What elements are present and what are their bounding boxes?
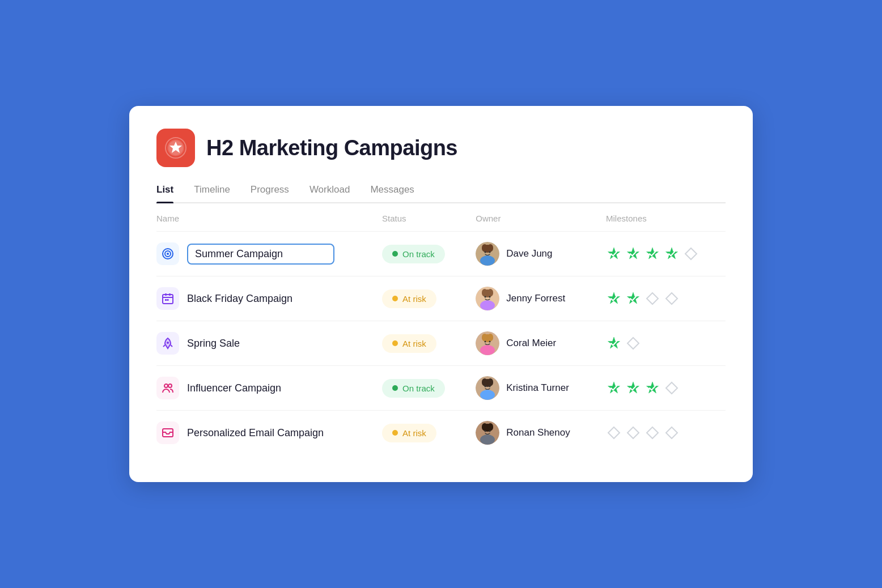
svg-rect-19	[165, 299, 167, 301]
milestone-complete-icon	[644, 246, 660, 262]
name-cell-content: Personalized Email Campaign	[156, 421, 364, 444]
svg-point-25	[487, 289, 493, 296]
milestone-pending-icon	[644, 291, 660, 306]
milestone-complete-icon	[606, 380, 622, 396]
project-name: Influencer Campaign	[187, 382, 281, 394]
milestones-cell	[597, 276, 726, 321]
project-icon	[156, 377, 179, 399]
name-cell: Personalized Email Campaign	[156, 411, 373, 455]
col-header-status: Status	[373, 203, 467, 232]
project-name: Personalized Email Campaign	[187, 427, 324, 439]
svg-point-10	[482, 244, 487, 251]
status-dot	[392, 385, 398, 391]
campaigns-table: Name Status Owner Milestones On track	[156, 203, 726, 455]
owner-cell-content: Kristina Turner	[476, 376, 588, 400]
milestone-pending-icon	[606, 425, 622, 441]
svg-point-6	[167, 253, 169, 255]
svg-point-26	[485, 296, 486, 298]
name-cell-content: Spring Sale	[156, 332, 364, 355]
status-badge[interactable]: At risk	[382, 334, 436, 353]
owner-name: Kristina Turner	[506, 382, 569, 394]
col-header-milestones: Milestones	[597, 203, 726, 232]
status-text: At risk	[402, 294, 426, 304]
avatar	[476, 421, 499, 445]
owner-cell: Coral Meier	[467, 321, 597, 366]
project-name-input[interactable]	[187, 244, 334, 265]
milestones-container	[606, 425, 716, 441]
status-dot	[392, 251, 398, 257]
name-cell: Black Friday Campaign	[156, 276, 373, 321]
owner-cell: Ronan Shenoy	[467, 411, 597, 455]
milestones-container	[606, 291, 716, 306]
status-badge[interactable]: At risk	[382, 424, 436, 442]
svg-point-36	[489, 341, 491, 343]
owner-name: Coral Meier	[506, 338, 556, 349]
table-row: Spring Sale At risk Coral Meier	[156, 321, 726, 366]
status-badge[interactable]: At risk	[382, 289, 436, 308]
svg-point-13	[489, 252, 491, 253]
milestone-pending-icon	[664, 380, 680, 396]
svg-point-45	[485, 386, 486, 387]
svg-point-54	[485, 431, 486, 432]
milestone-pending-icon	[625, 425, 641, 441]
svg-point-35	[485, 341, 486, 343]
tab-messages[interactable]: Messages	[370, 184, 414, 202]
status-text: At risk	[402, 428, 426, 438]
avatar	[476, 242, 499, 266]
owner-cell: Jenny Forrest	[467, 276, 597, 321]
milestone-complete-icon	[606, 335, 622, 351]
avatar	[476, 287, 499, 310]
milestone-pending-icon	[625, 335, 641, 351]
milestones-container	[606, 246, 716, 262]
milestone-complete-icon	[664, 246, 680, 262]
table-row: Influencer Campaign On track Kristina Tu…	[156, 366, 726, 411]
svg-point-47	[480, 390, 495, 400]
avatar	[476, 376, 499, 400]
tab-workload[interactable]: Workload	[309, 184, 350, 202]
svg-point-44	[487, 378, 493, 385]
svg-rect-20	[167, 299, 169, 301]
tab-timeline[interactable]: Timeline	[194, 184, 230, 202]
svg-rect-18	[169, 293, 171, 296]
name-cell	[156, 232, 373, 276]
svg-point-34	[487, 334, 493, 340]
status-dot	[392, 430, 398, 436]
status-cell: On track	[373, 232, 467, 276]
star-icon	[165, 137, 186, 159]
tab-progress[interactable]: Progress	[251, 184, 289, 202]
status-badge[interactable]: On track	[382, 245, 445, 263]
svg-point-39	[168, 384, 172, 387]
milestone-complete-icon	[625, 246, 641, 262]
header: H2 Marketing Campaigns	[156, 129, 726, 167]
milestones-cell	[597, 366, 726, 411]
name-cell-content: Black Friday Campaign	[156, 287, 364, 310]
project-icon	[156, 242, 179, 265]
status-badge[interactable]: On track	[382, 379, 445, 398]
svg-point-33	[482, 334, 487, 340]
avatar	[476, 331, 499, 355]
name-cell-content	[156, 242, 364, 265]
svg-point-55	[489, 431, 491, 432]
table-row: On track Dave Jung	[156, 232, 726, 276]
svg-point-52	[482, 423, 487, 430]
milestone-complete-icon	[644, 380, 660, 396]
milestone-complete-icon	[606, 246, 622, 262]
svg-point-28	[480, 300, 495, 310]
owner-name: Jenny Forrest	[506, 293, 565, 304]
page-title: H2 Marketing Campaigns	[206, 136, 457, 160]
name-cell: Influencer Campaign	[156, 366, 373, 411]
name-cell: Spring Sale	[156, 321, 373, 366]
tab-bar: List Timeline Progress Workload Messages	[156, 184, 726, 203]
project-icon	[156, 287, 179, 310]
owner-name: Dave Jung	[506, 248, 552, 259]
main-card: H2 Marketing Campaigns List Timeline Pro…	[129, 106, 753, 482]
status-dot	[392, 296, 398, 301]
status-cell: At risk	[373, 411, 467, 455]
milestone-pending-icon	[664, 291, 680, 306]
status-text: On track	[402, 249, 435, 259]
col-header-name: Name	[156, 203, 373, 232]
owner-cell: Kristina Turner	[467, 366, 597, 411]
tab-list[interactable]: List	[156, 184, 173, 202]
svg-point-11	[487, 244, 493, 251]
svg-point-29	[167, 342, 169, 344]
